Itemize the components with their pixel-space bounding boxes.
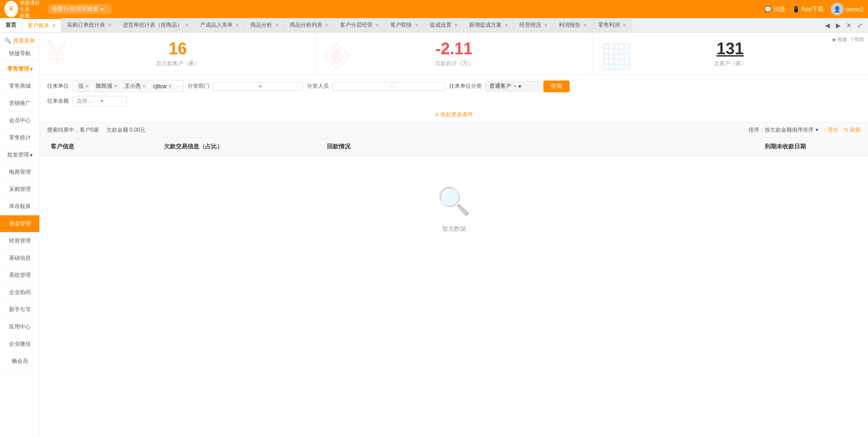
- sidebar-item-purchase-mgmt[interactable]: 采购管理: [0, 181, 39, 198]
- sidebar-item-ecommerce[interactable]: 电商管理: [0, 164, 39, 181]
- tab-close-retail-profit[interactable]: ✕: [623, 23, 626, 28]
- sidebar-item-finance[interactable]: 资金管理: [0, 215, 39, 233]
- sidebar-item-app-center[interactable]: 应用中心: [0, 318, 39, 336]
- tab-purchase-orders[interactable]: 采购订单统计表 ✕: [62, 18, 117, 33]
- sidebar-item-member[interactable]: 畅会员: [0, 353, 39, 370]
- sidebar-item-enterprise-wechat[interactable]: 企业微信: [0, 336, 39, 353]
- sidebar-item-marketing[interactable]: 营销推广: [0, 95, 39, 112]
- stat-value-debt-amount: -2.11: [435, 40, 472, 58]
- sidebar: 🔍 搜索菜单 快捷导航 零售管理 ▾ 零售商城 营销推广 会员中心 零售统计: [0, 33, 40, 437]
- tab-accounts[interactable]: 客户账本 ✕: [22, 18, 62, 33]
- refresh-button[interactable]: ↻ 刷新: [844, 126, 861, 134]
- tab-close-product-in[interactable]: ✕: [235, 23, 239, 28]
- tab-goods-analysis[interactable]: 商品分析 ✕: [245, 18, 284, 33]
- sidebar-item-system-mgmt[interactable]: 系统管理: [0, 267, 39, 284]
- filter-person-select[interactable]: ···: [332, 82, 446, 91]
- content-area: ¥ 16 总欠款客户（家） ◈ -2.11 欠款合计（万） ▦ 131 总客户（…: [40, 33, 868, 437]
- tab-close-accounts[interactable]: ✕: [52, 23, 56, 28]
- stats-row: ¥ 16 总欠款客户（家） ◈ -2.11 欠款合计（万） ▦ 131 总客户（…: [40, 33, 868, 75]
- sidebar-item-member-center[interactable]: 会员中心: [0, 112, 39, 129]
- filter-tag-unit-3[interactable]: 王小亮 ✕: [122, 82, 149, 90]
- chevron-icon-wholesale: ▾: [30, 152, 33, 158]
- app-download-button[interactable]: 📱 App下载: [792, 5, 824, 13]
- tab-operations[interactable]: 经营情况 ✕: [514, 18, 553, 33]
- export-button[interactable]: ↑ 导出: [824, 126, 839, 134]
- filter-tag-close-4[interactable]: ✕: [168, 84, 172, 89]
- sidebar-item-enterprise-collab[interactable]: 企业协同: [0, 284, 39, 301]
- stat-label-debt-customers: 总欠款客户（家）: [156, 60, 200, 67]
- user-menu[interactable]: 👤 demo2: [831, 3, 863, 15]
- sidebar-item-retail-shop[interactable]: 零售商城: [0, 78, 39, 95]
- th-debt-info: 欠款交易信息（占比）: [160, 138, 323, 155]
- tab-close-goods-analysis[interactable]: ✕: [275, 23, 278, 28]
- customer-count-label: 搜索结果中，客户0家: [47, 126, 99, 134]
- table-header: 客户信息 欠款交易信息（占比） 回款情况 到期未收款日期: [40, 138, 868, 156]
- tab-home[interactable]: 首页: [0, 18, 22, 33]
- query-button[interactable]: 查询: [543, 81, 570, 92]
- sidebar-search[interactable]: 🔍 搜索菜单: [0, 33, 39, 48]
- sort-select[interactable]: 排序：按欠款金额倒序排序 ▾: [748, 126, 818, 134]
- tab-inventory-stats[interactable]: 进货单统计表（按商品） ✕: [117, 18, 195, 33]
- workspace-selector[interactable]: 母婴行业演示账套 ▾: [48, 4, 111, 14]
- stat-label-total-customers: 总客户（家）: [714, 60, 747, 67]
- filter-tag-close-1[interactable]: ✕: [85, 84, 89, 89]
- sidebar-item-ops-mgmt[interactable]: 经营管理: [0, 233, 39, 250]
- avatar: 👤: [831, 3, 844, 15]
- tab-expand-button[interactable]: ⤢: [855, 21, 864, 30]
- tab-raise-settings[interactable]: 提成设置 ✕: [424, 18, 464, 33]
- sidebar-item-inventory[interactable]: 库存核算: [0, 198, 39, 215]
- sidebar-quick-nav[interactable]: 快捷导航: [0, 48, 39, 61]
- tab-close-customer-contact[interactable]: ✕: [415, 23, 418, 28]
- tab-close-purchase-orders[interactable]: ✕: [108, 23, 111, 28]
- stat-bg-icon-yuan: ¥: [47, 33, 67, 74]
- filter-tag-unit-1[interactable]: 伍 ✕: [76, 82, 91, 90]
- tab-close-all-button[interactable]: ✕: [844, 21, 854, 30]
- message-button[interactable]: 💬 消息: [764, 5, 785, 13]
- sidebar-item-new-guide[interactable]: 新手引导: [0, 301, 39, 318]
- tab-close-new-raise[interactable]: ✕: [504, 23, 508, 28]
- tab-close-goods-analysis-list[interactable]: ✕: [325, 23, 329, 28]
- tab-profit-report[interactable]: 利润报告 ✕: [553, 18, 593, 33]
- sidebar-item-wholesale-mgmt[interactable]: 批发管理 ▾: [0, 147, 39, 164]
- tab-close-operations[interactable]: ✕: [544, 23, 547, 28]
- tab-close-profit-report[interactable]: ✕: [583, 23, 587, 28]
- filter-remain-select[interactable]: 选择... ▾: [72, 96, 127, 106]
- filter-tag-close-2[interactable]: ✕: [114, 84, 117, 89]
- filter-tag-unit-4[interactable]: cjttcw ✕: [150, 83, 174, 90]
- tab-close-customer-segment[interactable]: ✕: [375, 23, 379, 28]
- filter-tag-unit-2[interactable]: 陈民强 ✕: [93, 82, 120, 90]
- top-bar: ¥ 畅捷通好生意 标版 母婴行业演示账套 ▾ 💬 消息 📱 App下载 👤 de…: [0, 0, 868, 18]
- filter-unit-tag-group[interactable]: 伍 ✕ 陈民强 ✕ 王小亮 ✕ cjttcw ✕: [72, 81, 184, 92]
- help-button[interactable]: ? 帮助: [851, 36, 864, 43]
- tab-new-raise[interactable]: 新增提成方案 ✕: [464, 18, 514, 33]
- tab-customer-segment[interactable]: 客户分层经营 ✕: [335, 18, 385, 33]
- filter-category-selected[interactable]: 普通客户 ✕ ▾: [485, 81, 540, 91]
- tab-close-inventory-stats[interactable]: ✕: [185, 23, 189, 28]
- collapse-button[interactable]: ∧ 收起更多条件: [431, 110, 477, 119]
- filter-category-close[interactable]: ✕: [513, 84, 517, 89]
- sidebar-item-basic-info[interactable]: 基础信息: [0, 250, 39, 267]
- tab-next-button[interactable]: ▶: [834, 21, 843, 30]
- tab-customer-contact[interactable]: 客户联络 ✕: [385, 18, 424, 33]
- filter-row-1: 往来单位 伍 ✕ 陈民强 ✕ 王小亮 ✕: [47, 81, 861, 92]
- logo-icon: ¥: [5, 1, 18, 17]
- stat-debt-amount: ◈ -2.11 欠款合计（万）: [316, 33, 592, 75]
- filter-unit-label: 往来单位: [47, 82, 69, 90]
- sidebar-item-retail-mgmt[interactable]: 零售管理 ▾: [0, 61, 39, 78]
- filter-more-button[interactable]: ···: [176, 83, 181, 90]
- tab-prev-button[interactable]: ◀: [823, 21, 832, 30]
- filter-dept-select[interactable]: ▾: [213, 82, 303, 91]
- filter-remain-label: 往来余额: [47, 97, 69, 105]
- person-select-dots[interactable]: ···: [390, 83, 441, 90]
- th-customer-info: 客户信息: [47, 138, 160, 155]
- collapse-icon: ∧: [435, 111, 439, 118]
- tab-close-raise-settings[interactable]: ✕: [454, 23, 458, 28]
- stat-help-actions: ▶ 视频 ? 帮助: [833, 36, 864, 43]
- video-help-button[interactable]: ▶ 视频: [833, 36, 847, 43]
- tab-product-in[interactable]: 产成品入库单 ✕: [195, 18, 245, 33]
- tab-retail-profit[interactable]: 零售利润 ✕: [593, 18, 632, 33]
- filter-tag-close-3[interactable]: ✕: [142, 84, 146, 89]
- sidebar-item-retail-stats[interactable]: 零售统计: [0, 129, 39, 147]
- export-icon: ↑: [824, 127, 826, 133]
- tab-goods-analysis-list[interactable]: 商品分析列表 ✕: [284, 18, 335, 33]
